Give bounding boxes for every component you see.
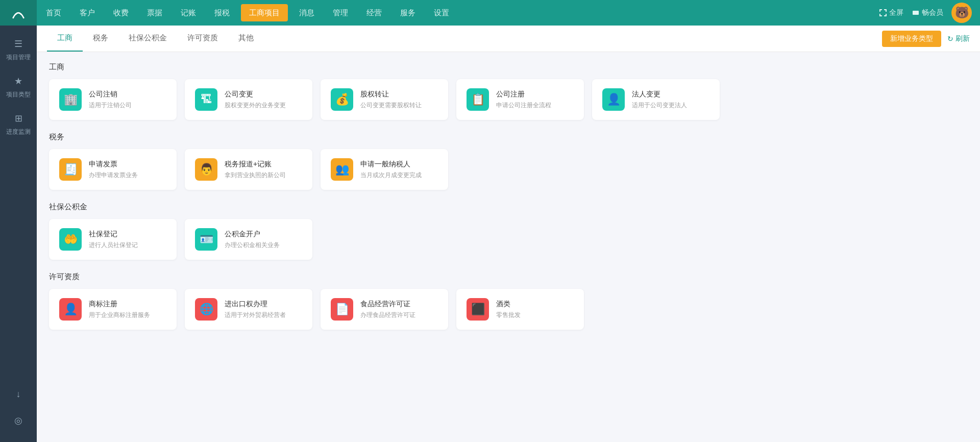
service-card-税务报道+记账[interactable]: 👨税务报道+记账拿到营业执照的新公司 (185, 149, 312, 190)
vip-btn[interactable]: 畅会员 (912, 8, 943, 17)
service-card-股权转让[interactable]: 💰股权转让公司变更需要股权转让 (321, 79, 448, 120)
nav-item-报税[interactable]: 报税 (205, 0, 239, 26)
cards-grid: 🏢公司注销适用于注销公司🏗公司变更股权变更外的业务变更💰股权转让公司变更需要股权… (49, 79, 968, 120)
card-name: 社保登记 (89, 230, 138, 239)
refresh-button[interactable]: ↻ 刷新 (947, 34, 970, 43)
card-icon: 💰 (331, 88, 353, 111)
logo[interactable] (0, 0, 37, 26)
nav-item-收费[interactable]: 收费 (104, 0, 138, 26)
card-icon: 👤 (59, 298, 82, 321)
card-desc: 申请公司注册全流程 (496, 101, 551, 110)
card-icon: 🪪 (195, 228, 217, 251)
nav-item-记账[interactable]: 记账 (172, 0, 205, 26)
sidebar-item-项目管理[interactable]: ☰项目管理 (0, 31, 37, 68)
card-info: 公司注册申请公司注册全流程 (496, 90, 551, 110)
sidebar-bottom-item[interactable]: ◎ (0, 407, 37, 434)
sidebar-item-项目类型[interactable]: ★项目类型 (0, 68, 37, 105)
cards-grid: 🤲社保登记进行人员社保登记🪪公积金开户办理公积金相关业务 (49, 219, 968, 260)
card-icon: 🤲 (59, 228, 82, 251)
service-card-法人变更[interactable]: 👤法人变更适用于公司变更法人 (592, 79, 720, 120)
content-area: 工商税务社保公积金许可资质其他 新增业务类型 ↻ 刷新 工商🏢公司注销适用于注销… (37, 26, 980, 442)
tab-社保公积金[interactable]: 社保公积金 (118, 26, 177, 52)
card-info: 酒类零售批发 (496, 300, 521, 320)
tab-bar: 工商税务社保公积金许可资质其他 新增业务类型 ↻ 刷新 (37, 26, 980, 52)
user-avatar[interactable]: 🐻 (951, 3, 972, 23)
nav-item-客户[interactable]: 客户 (70, 0, 104, 26)
sidebar-icon: ★ (11, 74, 26, 88)
card-desc: 进行人员社保登记 (89, 241, 138, 250)
tab-工商[interactable]: 工商 (47, 26, 83, 52)
card-desc: 公司变更需要股权转让 (360, 101, 422, 110)
service-card-申请一般纳税人[interactable]: 👥申请一般纳税人当月或次月成变更完成 (321, 149, 448, 190)
card-name: 商标注册 (89, 300, 150, 309)
svg-rect-5 (879, 14, 880, 16)
card-info: 进出口权办理适用于对外贸易经营者 (225, 300, 286, 320)
card-name: 申请一般纳税人 (360, 160, 422, 169)
service-card-申请发票[interactable]: 🧾申请发票办理申请发票业务 (49, 149, 177, 190)
service-card-进出口权办理[interactable]: 🌐进出口权办理适用于对外贸易经营者 (185, 289, 312, 330)
section-title: 税务 (49, 132, 968, 142)
card-name: 股权转让 (360, 90, 422, 99)
card-icon: 👨 (195, 158, 217, 181)
card-desc: 零售批发 (496, 311, 521, 320)
cards-grid: 👤商标注册用于企业商标注册服务🌐进出口权办理适用于对外贸易经营者📄食品经营许可证… (49, 289, 968, 330)
service-card-食品经营许可证[interactable]: 📄食品经营许可证办理食品经营许可证 (321, 289, 448, 330)
fullscreen-btn[interactable]: 全屏 (879, 8, 903, 17)
top-navigation: 首页客户收费票据记账报税工商项目消息管理经营服务设置 全屏 畅会员 🐻 (0, 0, 980, 26)
service-card-公司注册[interactable]: 📋公司注册申请公司注册全流程 (456, 79, 584, 120)
nav-item-服务[interactable]: 服务 (391, 0, 425, 26)
svg-rect-3 (886, 9, 887, 12)
card-icon: ⬛ (467, 298, 489, 321)
service-card-商标注册[interactable]: 👤商标注册用于企业商标注册服务 (49, 289, 177, 330)
card-name: 税务报道+记账 (225, 160, 286, 169)
card-info: 社保登记进行人员社保登记 (89, 230, 138, 250)
sidebar: ☰项目管理★项目类型⊞进度监测↓◎ (0, 26, 37, 442)
card-desc: 用于企业商标注册服务 (89, 311, 150, 320)
cards-grid: 🧾申请发票办理申请发票业务👨税务报道+记账拿到营业执照的新公司👥申请一般纳税人当… (49, 149, 968, 190)
service-card-公积金开户[interactable]: 🪪公积金开户办理公积金相关业务 (185, 219, 312, 260)
card-info: 公司注销适用于注销公司 (89, 90, 132, 110)
nav-item-首页[interactable]: 首页 (37, 0, 70, 26)
section-title: 社保公积金 (49, 202, 968, 212)
card-name: 酒类 (496, 300, 521, 309)
card-info: 税务报道+记账拿到营业执照的新公司 (225, 160, 286, 180)
card-info: 股权转让公司变更需要股权转让 (360, 90, 422, 110)
sidebar-item-进度监测[interactable]: ⊞进度监测 (0, 105, 37, 142)
nav-item-管理[interactable]: 管理 (324, 0, 357, 26)
section-title: 许可资质 (49, 272, 968, 282)
service-card-公司注销[interactable]: 🏢公司注销适用于注销公司 (49, 79, 177, 120)
card-desc: 办理公积金相关业务 (225, 241, 280, 250)
add-type-button[interactable]: 新增业务类型 (882, 31, 941, 47)
section-工商: 工商🏢公司注销适用于注销公司🏗公司变更股权变更外的业务变更💰股权转让公司变更需要… (49, 62, 968, 120)
nav-item-票据[interactable]: 票据 (138, 0, 172, 26)
sidebar-icon: ⊞ (11, 111, 26, 126)
card-info: 公司变更股权变更外的业务变更 (225, 90, 286, 110)
card-desc: 拿到营业执照的新公司 (225, 171, 286, 180)
card-desc: 办理申请发票业务 (89, 171, 138, 180)
card-icon: 📄 (331, 298, 353, 321)
scroll-content: 工商🏢公司注销适用于注销公司🏗公司变更股权变更外的业务变更💰股权转让公司变更需要… (37, 52, 980, 442)
tab-许可资质[interactable]: 许可资质 (177, 26, 228, 52)
refresh-icon: ↻ (947, 35, 953, 43)
card-desc: 适用于公司变更法人 (632, 101, 687, 110)
nav-item-消息[interactable]: 消息 (290, 0, 324, 26)
sidebar-bottom-item[interactable]: ↓ (0, 381, 37, 407)
card-name: 进出口权办理 (225, 300, 286, 309)
section-税务: 税务🧾申请发票办理申请发票业务👨税务报道+记账拿到营业执照的新公司👥申请一般纳税… (49, 132, 968, 190)
section-许可资质: 许可资质👤商标注册用于企业商标注册服务🌐进出口权办理适用于对外贸易经营者📄食品经… (49, 272, 968, 330)
card-desc: 适用于注销公司 (89, 101, 132, 110)
card-info: 食品经营许可证办理食品经营许可证 (360, 300, 415, 320)
sidebar-bottom: ↓◎ (0, 381, 37, 442)
nav-item-工商项目[interactable]: 工商项目 (241, 4, 288, 21)
service-card-酒类[interactable]: ⬛酒类零售批发 (456, 289, 584, 330)
card-info: 申请发票办理申请发票业务 (89, 160, 138, 180)
card-icon: 👤 (602, 88, 625, 111)
tab-税务[interactable]: 税务 (83, 26, 118, 52)
sidebar-bottom-icon: ◎ (11, 413, 26, 428)
nav-item-经营[interactable]: 经营 (357, 0, 391, 26)
tab-其他[interactable]: 其他 (228, 26, 264, 52)
card-icon: 🏗 (195, 88, 217, 111)
service-card-社保登记[interactable]: 🤲社保登记进行人员社保登记 (49, 219, 177, 260)
service-card-公司变更[interactable]: 🏗公司变更股权变更外的业务变更 (185, 79, 312, 120)
nav-item-设置[interactable]: 设置 (425, 0, 458, 26)
